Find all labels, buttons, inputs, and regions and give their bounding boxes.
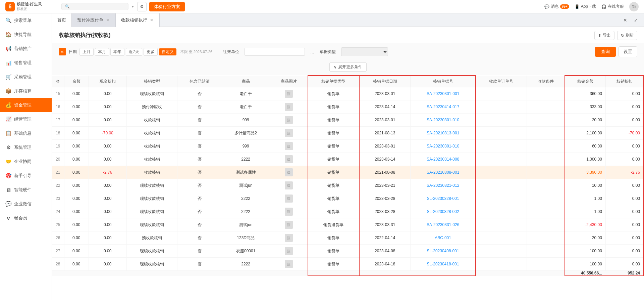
- cell-verify-amount: 20.00: [565, 231, 605, 245]
- cell-verify-bill-no[interactable]: SA-20230331-026: [411, 218, 476, 231]
- date-btn-this-year[interactable]: 本年: [110, 48, 124, 56]
- cell-verify-discount: 0.00: [605, 100, 644, 114]
- cell-goods: 测试jun: [222, 179, 270, 192]
- sidebar-item-system[interactable]: ⚙ 系统管理: [0, 140, 52, 155]
- cell-no: 23: [52, 192, 64, 205]
- date-filter-label: 日期: [69, 49, 77, 55]
- app-download-button[interactable]: 📱 App下载: [575, 4, 596, 9]
- cell-receipt-order-no: [476, 87, 527, 100]
- date-custom-button[interactable]: 自定义: [159, 48, 176, 55]
- sidebar-item-management[interactable]: 📈 经营管理: [0, 112, 52, 126]
- cell-cash-discount: 0.00: [89, 231, 126, 245]
- sidebar-item-basicinfo[interactable]: 📋 基础信息: [0, 126, 52, 140]
- expand-more-button[interactable]: ∨ 展开更多条件: [329, 62, 367, 72]
- expand-chevron-icon: ∨: [334, 65, 337, 70]
- origin-unit-input[interactable]: [245, 48, 305, 56]
- sidebar-item-inventory[interactable]: 📦 库存核算: [0, 84, 52, 98]
- cell-verify-bill-no[interactable]: SA-20230321-012: [411, 179, 476, 192]
- tab-close-all-button[interactable]: ✕: [621, 16, 629, 24]
- date-btn-this-month[interactable]: 本月: [95, 48, 109, 56]
- cell-verify-bill-date: 2023-03-01: [359, 140, 411, 153]
- refresh-icon: ↻: [621, 33, 624, 38]
- page-title: 收款核销执行(按收款): [59, 32, 111, 39]
- gear-button[interactable]: ⚙: [137, 2, 147, 11]
- date-btn-more[interactable]: 更多: [144, 48, 158, 56]
- dropdown-arrow-icon[interactable]: ▼: [131, 5, 135, 8]
- sidebar-item-hardware[interactable]: 🖥 智能硬件: [0, 183, 52, 197]
- sidebar-item-search[interactable]: 🔍 搜索菜单: [0, 13, 52, 28]
- sidebar-item-newguide[interactable]: 🎯 新手引导: [0, 169, 52, 183]
- tab-home[interactable]: 首页: [52, 13, 72, 27]
- cell-verify-type: 现续收款核销: [126, 179, 177, 192]
- cell-verify-bill-no[interactable]: SL-20230328-002: [411, 205, 476, 218]
- cell-verify-discount: -70.00: [605, 127, 644, 140]
- cell-goods-image: 🖼: [270, 231, 308, 245]
- industry-button[interactable]: 体验行业方案: [149, 2, 185, 11]
- sidebar-item-wechat[interactable]: 💬 企业微信: [0, 197, 52, 211]
- export-button[interactable]: ⬆ 导出: [594, 31, 614, 40]
- cell-no: 18: [52, 127, 64, 140]
- cell-verify-bill-type: 销货单: [308, 114, 359, 127]
- user-menu[interactable]: Rit: [629, 2, 639, 11]
- cell-goods: 测试多属性: [222, 166, 270, 179]
- sidebar-item-member[interactable]: V 畅会员: [0, 211, 52, 225]
- cell-verify-bill-no[interactable]: SL-20230328-001: [411, 192, 476, 205]
- settings-button[interactable]: 设置: [619, 46, 637, 57]
- filter-row-1: » 日期 上月 本月 本年 近7天 更多 自定义 不限 至 2023-07-26: [59, 46, 637, 57]
- online-service-button[interactable]: 🎧 在线客服: [601, 4, 624, 9]
- sidebar-item-marketing[interactable]: 📢 营销推广: [0, 42, 52, 56]
- cell-verify-bill-no[interactable]: SA-20230314-008: [411, 153, 476, 166]
- cell-verify-bill-no[interactable]: SA-20210808-001: [411, 166, 476, 179]
- table-row: 22 0.00 0.00 现续收款核销 否 测试jun 🖼 销货单 2023-0…: [52, 179, 644, 192]
- cell-verify-type: 收款核销: [126, 140, 177, 153]
- tab-expand-button[interactable]: ⤢: [632, 16, 640, 24]
- sidebar-item-purchase[interactable]: 🛒 采购管理: [0, 70, 52, 84]
- cell-balance: 0.00: [64, 153, 89, 166]
- bill-type-select[interactable]: [341, 47, 388, 56]
- sidebar-item-quicknav[interactable]: 🏠 快捷导航: [0, 28, 52, 42]
- sidebar-item-sales[interactable]: 📊 销售管理: [0, 56, 52, 70]
- cell-verify-bill-no[interactable]: SA-20230301-010: [411, 114, 476, 127]
- cell-verify-bill-no[interactable]: SA-20210813-001: [411, 127, 476, 140]
- filter-expand-button[interactable]: »: [59, 48, 66, 55]
- th-verify-bill-date: 核销单据日期: [359, 76, 411, 87]
- cell-verify-bill-no[interactable]: SL-20230418-001: [411, 258, 476, 271]
- filter-date-group: 上月 本月 本年 近7天 更多 自定义: [79, 48, 176, 56]
- cell-balance: 0.00: [64, 231, 89, 245]
- date-btn-7days[interactable]: 近7天: [126, 48, 142, 56]
- top-search-box[interactable]: 🔍: [61, 3, 128, 10]
- cell-verify-amount: 1,000.00: [565, 153, 605, 166]
- query-button[interactable]: 查询: [595, 47, 616, 57]
- cell-verify-bill-type: 销货单: [308, 127, 359, 140]
- cell-receipt-condition: [527, 218, 565, 231]
- cell-cash-discount: 0.00: [89, 114, 126, 127]
- cell-no: 21: [52, 166, 64, 179]
- th-cash-discount: 现金折扣: [89, 76, 126, 87]
- cell-verify-bill-no[interactable]: SA-20230301-001: [411, 87, 476, 100]
- cell-goods-image: 🖼: [270, 192, 308, 205]
- table-row: 18 0.00 -70.00 收款核销 否 多计量商品2 🖼 销货单 2021-…: [52, 127, 644, 140]
- sidebar-item-collab[interactable]: 🤝 企业协同: [0, 155, 52, 169]
- tab-close-prepay[interactable]: ✕: [105, 17, 110, 23]
- refresh-button[interactable]: ↻ 刷新: [617, 31, 637, 40]
- th-settings[interactable]: ⚙: [52, 76, 64, 87]
- cell-verify-bill-type: 销货单: [308, 140, 359, 153]
- tab-close-verify[interactable]: ✕: [149, 17, 154, 23]
- message-button[interactable]: 💬 消息 99+: [544, 4, 569, 9]
- sidebar-item-finance[interactable]: 💰 资金管理: [0, 98, 52, 112]
- cell-verify-bill-type: 销货退货单: [308, 218, 359, 231]
- cell-receipt-order-no: [476, 245, 527, 258]
- cell-verify-bill-no[interactable]: SL-20230408-001: [411, 245, 476, 258]
- data-table: ⚙ 余额 现金折扣 核销类型 包含已结清 商品 商品图片 核销单据类型 核销单据…: [52, 75, 644, 276]
- cell-verify-bill-type: 销货单: [308, 205, 359, 218]
- cell-verify-bill-no[interactable]: SA-20230414-017: [411, 100, 476, 114]
- tab-prepay[interactable]: 预付冲应付单 ✕: [72, 13, 116, 27]
- cell-receipt-order-no: [476, 153, 527, 166]
- cell-verify-bill-no[interactable]: SA-20230301-010: [411, 140, 476, 153]
- date-btn-last-month[interactable]: 上月: [79, 48, 94, 56]
- tab-verify[interactable]: 收款核销执行 ✕: [116, 13, 160, 27]
- guide-icon: 🎯: [5, 173, 11, 179]
- cell-verify-bill-no[interactable]: ABC-001: [411, 231, 476, 245]
- cell-verify-amount: 20.00: [565, 114, 605, 127]
- cell-cash-discount: 0.00: [89, 245, 126, 258]
